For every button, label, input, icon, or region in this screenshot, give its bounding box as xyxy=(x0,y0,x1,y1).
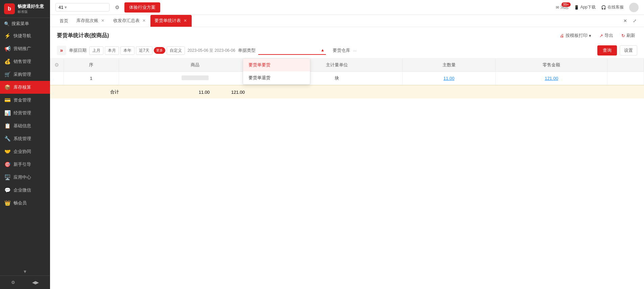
app-download-icon: 📱 xyxy=(574,5,579,10)
recent7-btn[interactable]: 近7天 xyxy=(136,46,152,55)
type-input[interactable] xyxy=(258,46,326,54)
col-settings[interactable]: ⚙ xyxy=(50,59,64,72)
tabbar: 首页 库存批次账 ✕ 收发存汇总表 ✕ 要货单统计表 ✕ ✕ ⤢ xyxy=(50,15,644,27)
sidebar-nav: ⚡快捷导航📢营销推广💰销售管理🛒采购管理📦库存核算💳资金管理📊经营管理📋基础信息… xyxy=(0,29,50,268)
this-year-btn[interactable]: 本年 xyxy=(120,46,135,55)
nav-icon-finance: 💳 xyxy=(4,97,11,103)
row-quantity-cell: 11.00 xyxy=(402,72,495,85)
tab-in-out-close-btn[interactable]: ✕ xyxy=(142,18,146,23)
filter-expand-btn[interactable]: » xyxy=(57,46,66,55)
tab-in-out-summary-label: 收发存汇总表 xyxy=(113,18,140,24)
online-service-label: 在线客服 xyxy=(607,4,624,10)
sidebar-item-quick-nav[interactable]: ⚡快捷导航 xyxy=(0,29,50,42)
print-icon: 🖨 xyxy=(560,33,564,38)
tab-controls: ✕ ⤢ xyxy=(621,17,639,25)
sidebar-item-sales[interactable]: 💰销售管理 xyxy=(0,55,50,68)
row-extra-cell xyxy=(607,72,644,85)
product-placeholder xyxy=(182,75,209,80)
sidebar-item-purchase[interactable]: 🛒采购管理 xyxy=(0,68,50,81)
nav-label-basic: 基础信息 xyxy=(14,123,31,129)
total-quantity: 11.00 xyxy=(187,90,221,95)
table-wrapper: ⚙ 序 商品 主计量单位 主数量 零售金额 1 xyxy=(50,59,644,85)
print-chevron-icon: ▾ xyxy=(589,33,591,38)
tab-in-out-summary[interactable]: 收发存汇总表 ✕ xyxy=(109,15,150,27)
export-btn[interactable]: ↗ 导出 xyxy=(597,31,615,40)
sidebar-item-finance[interactable]: 💳资金管理 xyxy=(0,94,50,107)
type-input-wrapper: ▲ xyxy=(258,46,326,55)
last-month-btn[interactable]: 上月 xyxy=(89,46,103,55)
sidebar-search[interactable]: 🔍 搜索菜单 xyxy=(0,18,50,29)
company-selector[interactable]: 41 ▾ xyxy=(55,3,110,12)
total-row: 合计 11.00 121.00 xyxy=(50,85,644,98)
export-icon: ↗ xyxy=(599,33,603,38)
dropdown-item-order-return[interactable]: 要货单退货 xyxy=(243,71,310,84)
nav-label-purchase: 采购管理 xyxy=(14,71,31,77)
row-amount-cell: 121.00 xyxy=(496,72,607,85)
topbar-left: 41 ▾ ⚙ 体验行业方案 xyxy=(55,2,552,13)
tab-order-summary[interactable]: 要货单统计表 ✕ xyxy=(150,15,192,27)
data-table: ⚙ 序 商品 主计量单位 主数量 零售金额 1 xyxy=(50,59,644,85)
sidebar-item-cooperation[interactable]: 🤝企业协同 xyxy=(0,145,50,158)
filter-bar: » 单据日期 上月 本月 本年 近7天 更多 自定义 2023-05-06 至 … xyxy=(50,43,644,59)
nav-label-inventory: 库存核算 xyxy=(14,84,31,90)
tab-home[interactable]: 首页 xyxy=(55,15,72,27)
headset-icon: 🎧 xyxy=(601,5,606,10)
tab-batch-account[interactable]: 库存批次账 ✕ xyxy=(72,15,109,27)
sidebar-settings-btn[interactable]: ⚙ xyxy=(10,279,17,286)
messages-btn[interactable]: ✉ 消息 99+ xyxy=(556,4,569,10)
company-selector-value: 41 xyxy=(58,5,63,10)
sidebar-item-beginner[interactable]: 🎯新手引导 xyxy=(0,158,50,171)
nav-icon-quick-nav: ⚡ xyxy=(4,33,11,39)
sidebar-search-label: 搜索菜单 xyxy=(11,21,29,27)
warehouse-label: 要货仓库 xyxy=(333,47,350,53)
warehouse-dots[interactable]: ··· xyxy=(353,48,357,53)
tab-batch-close-btn[interactable]: ✕ xyxy=(100,18,105,23)
refresh-btn[interactable]: ↻ 刷新 xyxy=(619,31,637,40)
search-btn[interactable]: 查询 xyxy=(597,45,617,55)
row-quantity-value[interactable]: 11.00 xyxy=(444,76,455,81)
sidebar-toggle-btn[interactable]: ◀▶ xyxy=(31,279,40,286)
tab-expand-btn[interactable]: ⤢ xyxy=(630,17,639,25)
messages-badge: 99+ xyxy=(562,2,571,7)
nav-icon-marketing: 📢 xyxy=(4,46,11,52)
topbar-gear-btn[interactable]: ⚙ xyxy=(112,3,122,12)
nav-label-finance: 资金管理 xyxy=(14,97,31,103)
page-content: 要货单统计表(按商品) 🖨 按模板打印 ▾ ↗ 导出 ↻ 刷新 » xyxy=(50,27,644,289)
tab-close-all-btn[interactable]: ✕ xyxy=(621,17,629,25)
this-month-btn[interactable]: 本月 xyxy=(105,46,119,55)
sidebar-item-business[interactable]: 📊经营管理 xyxy=(0,107,50,119)
sidebar-logo: b 畅捷通好生意 标准版 xyxy=(0,0,50,18)
app-download-btn[interactable]: 📱 App下载 xyxy=(574,4,596,10)
type-input-chevron[interactable]: ▲ xyxy=(320,48,325,52)
row-index-cell: 1 xyxy=(64,72,119,85)
sidebar-item-member[interactable]: 👑畅会员 xyxy=(0,197,50,209)
sidebar-item-system[interactable]: 🔧系统管理 xyxy=(0,132,50,145)
sidebar-item-app-center[interactable]: 🖥️应用中心 xyxy=(0,171,50,184)
col-quantity: 主数量 xyxy=(402,59,495,72)
more-badge[interactable]: 更多 xyxy=(154,47,165,54)
col-extra xyxy=(607,59,644,72)
print-template-btn[interactable]: 🖨 按模板打印 ▾ xyxy=(558,31,593,40)
sidebar-scroll-down[interactable]: ▼ xyxy=(0,268,50,275)
sidebar-item-marketing[interactable]: 📢营销推广 xyxy=(0,42,50,55)
dropdown-item-order-goods[interactable]: 要货单要货 xyxy=(243,59,310,71)
sidebar-item-inventory[interactable]: 📦库存核算 xyxy=(0,81,50,94)
export-label: 导出 xyxy=(604,32,613,39)
tab-order-close-btn[interactable]: ✕ xyxy=(183,18,188,23)
nav-label-system: 系统管理 xyxy=(14,136,31,142)
sidebar-item-basic[interactable]: 📋基础信息 xyxy=(0,119,50,132)
nav-label-beginner: 新手引导 xyxy=(14,161,31,168)
setting-btn[interactable]: 设置 xyxy=(620,45,637,55)
app-download-label: App下载 xyxy=(580,4,596,10)
trial-btn[interactable]: 体验行业方案 xyxy=(124,2,160,13)
row-settings-cell xyxy=(50,72,64,85)
nav-label-marketing: 营销推广 xyxy=(14,46,31,52)
custom-btn[interactable]: 自定义 xyxy=(167,46,185,55)
settings-icon[interactable]: ⚙ xyxy=(54,62,59,68)
sidebar-item-wechat[interactable]: 💬企业微信 xyxy=(0,184,50,197)
row-amount-value[interactable]: 121.00 xyxy=(545,76,558,81)
online-service-btn[interactable]: 🎧 在线客服 xyxy=(601,4,624,10)
nav-label-member: 畅会员 xyxy=(14,200,27,206)
nav-icon-app-center: 🖥️ xyxy=(4,174,11,180)
user-avatar[interactable] xyxy=(629,3,639,12)
